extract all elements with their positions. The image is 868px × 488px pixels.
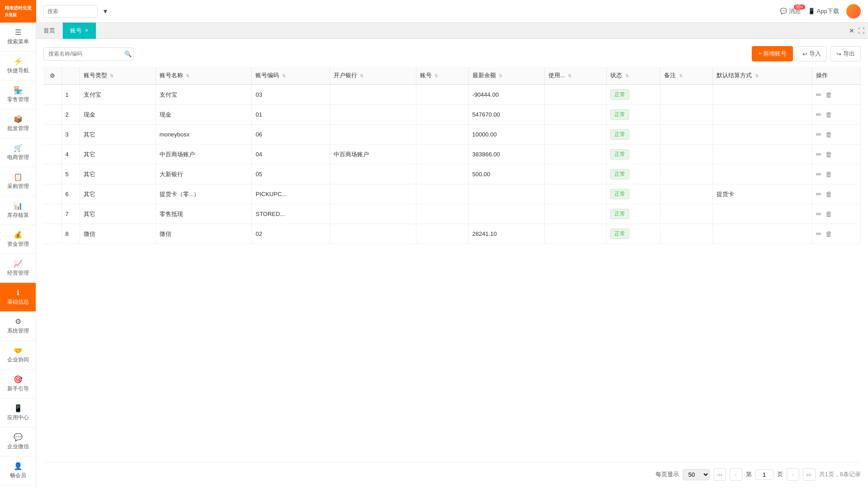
row-name-cell: 现金 (156, 105, 252, 125)
row-name-cell: 中百商场账户 (156, 145, 252, 164)
row-type-cell: 支付宝 (80, 84, 156, 105)
sidebar-item-basic-info[interactable]: ℹ 基础信息 (0, 283, 36, 312)
delete-button[interactable]: 🗑 (826, 91, 832, 99)
sidebar-item-inventory[interactable]: 📊 库存核算 (0, 196, 36, 225)
row-settlement-cell: 提货卡 (712, 184, 812, 204)
row-settings-cell (43, 164, 61, 184)
sidebar-item-wholesale-mgmt[interactable]: 📦 批发管理 (0, 109, 36, 138)
bank-col-header[interactable]: 开户银行 ⇅ (330, 67, 416, 84)
row-remark-cell (660, 204, 713, 224)
code-col-header[interactable]: 账号编码 ⇅ (252, 67, 330, 84)
edit-button[interactable]: ✏ (816, 131, 822, 139)
sidebar-item-label: 基础信息 (2, 298, 33, 306)
sidebar-item-ecommerce-mgmt[interactable]: 🛒 电商管理 (0, 138, 36, 167)
sidebar-item-finance-mgmt[interactable]: 💰 资金管理 (0, 225, 36, 254)
usage-sort-icon: ⇅ (568, 73, 571, 78)
export-button[interactable]: ↪ 导出 (830, 46, 861, 61)
logo-subtitle: 乐意版 (5, 12, 32, 18)
import-button[interactable]: ↩ 导入 (797, 46, 827, 61)
first-page-button[interactable]: ⏮ (713, 468, 726, 481)
usage-col-header[interactable]: 使用... ⇅ (544, 67, 607, 84)
sidebar-item-app-center[interactable]: 📱 应用中心 (0, 399, 36, 427)
sidebar-item-enterprise-wechat[interactable]: 💬 企业微信 (0, 427, 36, 456)
row-account-cell (416, 105, 468, 125)
sidebar-item-member[interactable]: 👤 畅会员 (0, 456, 36, 485)
delete-button[interactable]: 🗑 (826, 230, 832, 238)
sidebar-item-system-mgmt[interactable]: ⚙ 系统管理 (0, 312, 36, 341)
search-menu-icon: ☰ (2, 28, 33, 37)
page-size-select[interactable]: 50 10 20 100 (683, 469, 710, 480)
row-type-cell: 其它 (80, 184, 156, 204)
tab-bar: 首页 账号 ✕ ✕ ⛶ (36, 23, 868, 39)
balance-col-header[interactable]: 最新余额 ⇅ (468, 67, 544, 84)
default-settlement-col-header[interactable]: 默认结算方式 ⇅ (712, 67, 812, 84)
edit-button[interactable]: ✏ (816, 230, 822, 238)
delete-button[interactable]: 🗑 (826, 131, 832, 139)
tab-home[interactable]: 首页 (36, 23, 63, 39)
tab-account[interactable]: 账号 ✕ (63, 23, 96, 39)
logo-text: 精准进时生意 (5, 5, 32, 11)
delete-button[interactable]: 🗑 (826, 170, 832, 178)
row-type-cell: 现金 (80, 105, 156, 125)
add-account-button[interactable]: + 新增账号 (752, 46, 793, 61)
type-col-header[interactable]: 账号类型 ⇅ (80, 67, 156, 84)
toolbar-right: + 新增账号 ↩ 导入 ↪ 导出 (752, 46, 861, 61)
remark-sort-icon: ⇅ (679, 73, 683, 78)
sidebar-item-quick-nav[interactable]: ⚡ 快捷导航 (0, 52, 36, 80)
avatar[interactable] (846, 4, 861, 19)
row-code-cell: 01 (252, 105, 330, 125)
sidebar-item-label: 搜索菜单 (2, 38, 33, 46)
sidebar-item-new-guide[interactable]: 🎯 新手引导 (0, 370, 36, 399)
edit-button[interactable]: ✏ (816, 91, 822, 99)
account-col-header[interactable]: 账号 ⇅ (416, 67, 468, 84)
remark-col-header[interactable]: 备注 ⇅ (660, 67, 713, 84)
delete-button[interactable]: 🗑 (826, 111, 832, 119)
settings-col-header[interactable]: ⚙ (43, 67, 61, 84)
row-bank-cell (330, 184, 416, 204)
page-number-input[interactable] (755, 469, 774, 480)
table-row: 2 现金 现金 01 547670.00 正常 ✏ 🗑 (43, 105, 861, 125)
row-account-cell (416, 164, 468, 184)
status-badge: 正常 (610, 109, 629, 120)
fullscreen-button[interactable]: ✕ (849, 27, 854, 34)
expand-icon: ⛶ (858, 27, 864, 34)
sidebar: 精准进时生意 乐意版 ☰ 搜索菜单 ⚡ 快捷导航 🏪 零售管理 📦 批发管理 🛒… (0, 0, 36, 488)
delete-button[interactable]: 🗑 (826, 150, 832, 159)
settings-icon: ⚙ (50, 72, 55, 79)
delete-button[interactable]: 🗑 (826, 210, 832, 218)
app-download-button[interactable]: 📱 App下载 (808, 7, 839, 15)
row-balance-cell (468, 184, 544, 204)
last-page-button[interactable]: ⏭ (803, 468, 816, 481)
header-search-input[interactable] (43, 5, 98, 18)
sidebar-item-retail-mgmt[interactable]: 🏪 零售管理 (0, 80, 36, 109)
edit-button[interactable]: ✏ (816, 210, 822, 218)
prev-page-button[interactable]: ‹ (730, 468, 742, 481)
row-remark-cell (660, 84, 713, 105)
next-page-button[interactable]: › (787, 468, 799, 481)
row-code-cell: 06 (252, 125, 330, 145)
message-badge: 99+ (794, 5, 805, 9)
total-label: 共1页，8条记录 (819, 470, 861, 479)
search-input[interactable] (44, 48, 121, 60)
name-col-header[interactable]: 账号名称 ⇅ (156, 67, 252, 84)
row-account-cell (416, 125, 468, 145)
header-dropdown-button[interactable]: ▼ (102, 8, 108, 15)
edit-button[interactable]: ✏ (816, 150, 822, 159)
row-settings-cell (43, 204, 61, 224)
edit-button[interactable]: ✏ (816, 111, 822, 119)
row-balance-cell: 10000.00 (468, 125, 544, 145)
search-button[interactable]: 🔍 (121, 48, 134, 60)
sidebar-item-purchase-mgmt[interactable]: 📋 采购管理 (0, 167, 36, 196)
edit-button[interactable]: ✏ (816, 170, 822, 178)
search-wrap: 🔍 (43, 47, 134, 61)
account-sort-icon: ⇅ (434, 73, 438, 78)
delete-button[interactable]: 🗑 (826, 190, 832, 198)
status-col-header[interactable]: 状态 ⇅ (607, 67, 660, 84)
expand-button[interactable]: ⛶ (858, 27, 864, 34)
edit-button[interactable]: ✏ (816, 190, 822, 198)
message-button[interactable]: 💬 消息 99+ (780, 7, 801, 15)
sidebar-item-operations-mgmt[interactable]: 📈 经营管理 (0, 254, 36, 283)
tab-close-button[interactable]: ✕ (85, 28, 89, 33)
sidebar-item-enterprise-agreement[interactable]: 🤝 企业协同 (0, 341, 36, 370)
sidebar-item-search-menu[interactable]: ☰ 搜索菜单 (0, 23, 36, 52)
